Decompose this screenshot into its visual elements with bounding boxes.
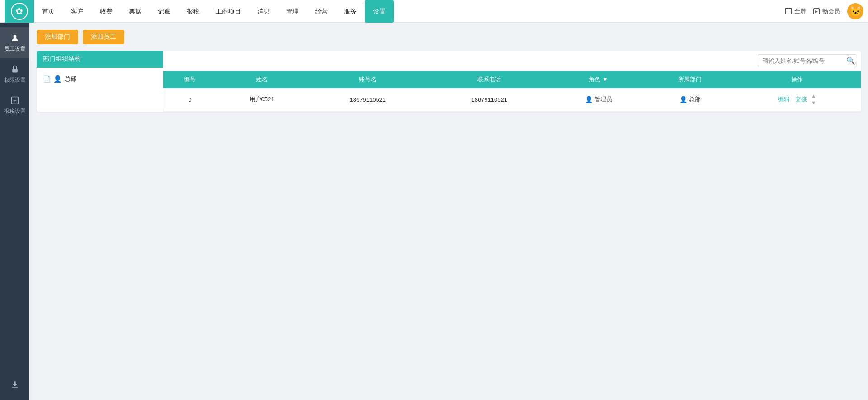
nav-item-经营[interactable]: 经营 bbox=[307, 0, 336, 23]
search-bar: 🔍 bbox=[163, 51, 861, 71]
sidebar-label: 报税设置 bbox=[4, 108, 26, 115]
col-actions: 操作 bbox=[733, 71, 861, 88]
sidebar-bottom-download[interactable] bbox=[0, 374, 29, 395]
dept-tree-header: 部门组织结构 bbox=[37, 51, 163, 68]
dept-tree: 部门组织结构 📄 👤 总部 bbox=[37, 51, 163, 112]
scroll-down-arrow[interactable]: ▼ bbox=[811, 99, 816, 106]
lock-icon bbox=[9, 64, 20, 75]
nav-item-客户[interactable]: 客户 bbox=[63, 0, 92, 23]
nav-item-报税[interactable]: 报税 bbox=[179, 0, 208, 23]
svg-rect-1 bbox=[12, 69, 18, 72]
sidebar-label: 员工设置 bbox=[4, 45, 26, 53]
edit-action[interactable]: 编辑 bbox=[778, 96, 790, 103]
add-dept-button[interactable]: 添加部门 bbox=[37, 30, 78, 44]
content-panel: 部门组织结构 📄 👤 总部 🔍 bbox=[37, 51, 861, 112]
channel-button[interactable]: ▶ 畅会员 bbox=[813, 7, 840, 15]
col-role: 角色 ▼ bbox=[550, 71, 647, 88]
sidebar-label: 权限设置 bbox=[4, 76, 26, 84]
nav-items: 首页客户收费票据记账报税工商项目消息管理经营服务设置 bbox=[34, 0, 785, 23]
sidebar-item-权限设置[interactable]: 权限设置 bbox=[0, 58, 29, 89]
sidebar: 员工设置 权限设置 报税设置 bbox=[0, 23, 29, 400]
download-icon bbox=[9, 379, 20, 390]
col-name: 姓名 bbox=[217, 71, 307, 88]
cell-id: 0 bbox=[163, 88, 217, 111]
logo[interactable] bbox=[5, 0, 34, 23]
fullscreen-icon bbox=[785, 8, 792, 14]
sidebar-item-报税设置[interactable]: 报税设置 bbox=[0, 89, 29, 121]
cell-actions: 编辑 交接 ▲ ▼ bbox=[733, 88, 861, 111]
nav-item-工商项目[interactable]: 工商项目 bbox=[208, 0, 249, 23]
dept-tree-body: 📄 👤 总部 bbox=[37, 68, 163, 90]
dept-user-icon: 👤 bbox=[679, 96, 687, 103]
tax-icon bbox=[9, 95, 20, 106]
col-phone: 联系电话 bbox=[429, 71, 550, 88]
fullscreen-button[interactable]: 全屏 bbox=[785, 7, 806, 15]
cell-role: 👤 管理员 bbox=[550, 88, 647, 111]
role-user-icon: 👤 bbox=[585, 96, 593, 103]
dept-name-general: 总部 bbox=[65, 75, 76, 83]
nav-item-记账[interactable]: 记账 bbox=[150, 0, 179, 23]
table-header-row: 编号 姓名 账号名 联系电话 角色 ▼ 所属部门 操作 bbox=[163, 71, 861, 88]
top-nav: 首页客户收费票据记账报税工商项目消息管理经营服务设置 全屏 ▶ 畅会员 🐱 bbox=[0, 0, 868, 23]
nav-item-消息[interactable]: 消息 bbox=[249, 0, 278, 23]
nav-item-服务[interactable]: 服务 bbox=[336, 0, 365, 23]
search-button[interactable]: 🔍 bbox=[846, 56, 855, 65]
col-account: 账号名 bbox=[307, 71, 429, 88]
cell-account: 18679110521 bbox=[307, 88, 429, 111]
layout: 员工设置 权限设置 报税设置 添加部门 添加员工 部门组织结构 📄 👤 总部 bbox=[0, 23, 868, 400]
btn-bar: 添加部门 添加员工 bbox=[37, 30, 861, 44]
nav-item-设置[interactable]: 设置 bbox=[365, 0, 394, 23]
user-avatar[interactable]: 🐱 bbox=[847, 3, 863, 19]
cell-dept: 👤 总部 bbox=[647, 88, 733, 111]
search-input[interactable] bbox=[758, 54, 857, 67]
play-icon: ▶ bbox=[813, 8, 820, 14]
role-label: 管理员 bbox=[594, 95, 612, 104]
nav-item-首页[interactable]: 首页 bbox=[34, 0, 63, 23]
transfer-action[interactable]: 交接 bbox=[795, 96, 807, 103]
svg-point-0 bbox=[13, 35, 16, 38]
file-icon: 📄 bbox=[43, 75, 51, 83]
nav-item-管理[interactable]: 管理 bbox=[278, 0, 307, 23]
employee-table-area: 🔍 编号 姓名 账号名 联系电话 角色 ▼ 所属部门 bbox=[163, 51, 861, 112]
dept-label: 总部 bbox=[689, 95, 701, 104]
person-icon bbox=[9, 33, 20, 43]
scroll-up-arrow[interactable]: ▲ bbox=[811, 93, 816, 99]
cell-name: 用户0521 bbox=[217, 88, 307, 111]
table-row: 0 用户0521 18679110521 18679110521 👤 管理员 👤… bbox=[163, 88, 861, 111]
dept-tree-item-general[interactable]: 📄 👤 总部 bbox=[37, 71, 163, 87]
main-content: 添加部门 添加员工 部门组织结构 📄 👤 总部 🔍 bbox=[29, 23, 868, 400]
cell-phone: 18679110521 bbox=[429, 88, 550, 111]
nav-right: 全屏 ▶ 畅会员 🐱 bbox=[785, 3, 863, 19]
col-id: 编号 bbox=[163, 71, 217, 88]
filter-icon[interactable]: ▼ bbox=[602, 76, 608, 83]
sidebar-item-员工设置[interactable]: 员工设置 bbox=[0, 27, 29, 58]
employee-table: 编号 姓名 账号名 联系电话 角色 ▼ 所属部门 操作 0 bbox=[163, 71, 861, 112]
nav-item-票据[interactable]: 票据 bbox=[121, 0, 150, 23]
add-employee-button[interactable]: 添加员工 bbox=[83, 30, 124, 44]
nav-item-收费[interactable]: 收费 bbox=[92, 0, 121, 23]
logo-icon bbox=[11, 3, 28, 20]
user-icon-dept: 👤 bbox=[53, 75, 62, 83]
svg-rect-3 bbox=[12, 387, 18, 388]
col-dept: 所属部门 bbox=[647, 71, 733, 88]
